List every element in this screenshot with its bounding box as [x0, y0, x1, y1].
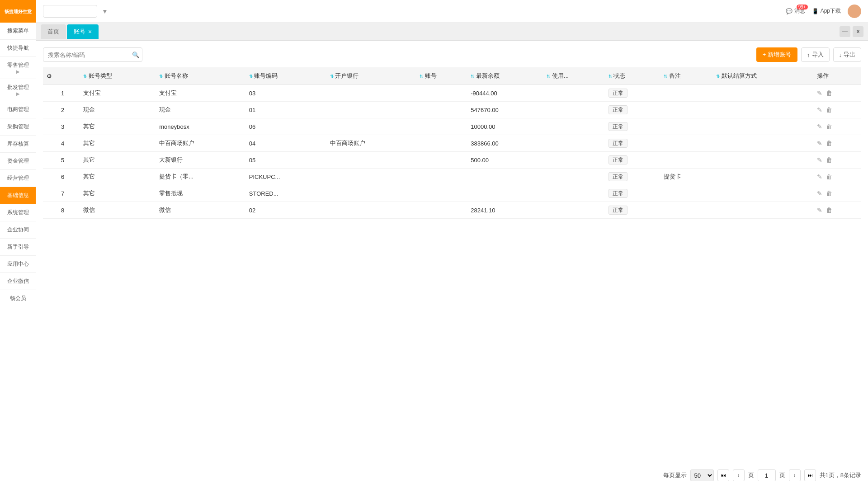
- type-column-header[interactable]: ⇅ 账号类型: [80, 67, 156, 85]
- topbar: ▼ 💬 消息 99+ 📱 App下载: [36, 0, 868, 23]
- message-badge: 99+: [797, 5, 808, 9]
- delete-icon[interactable]: 🗑: [826, 123, 832, 130]
- app-download-button[interactable]: 📱 App下载: [812, 7, 841, 15]
- avatar[interactable]: [848, 5, 861, 18]
- delete-icon[interactable]: 🗑: [826, 173, 832, 180]
- sidebar-item-enterprise[interactable]: 企业协同: [0, 221, 36, 239]
- sidebar-item-shortcuts[interactable]: 快捷导航: [0, 40, 36, 57]
- prev-page-button[interactable]: ‹: [733, 469, 745, 481]
- sidebar-item-ecommerce[interactable]: 电商管理: [0, 101, 36, 118]
- sidebar-item-basic-info[interactable]: 基础信息: [0, 187, 36, 204]
- row-status-cell: 正常: [605, 85, 660, 102]
- sidebar: 畅捷通好生意 搜索菜单 快捷导航 零售管理 ▶ 批发管理 ▶ 电商管理 采购管理…: [0, 0, 36, 488]
- next-page-button[interactable]: ›: [789, 469, 801, 481]
- row-action-cell: ✎ 🗑: [813, 85, 861, 102]
- page-number-input[interactable]: [758, 469, 776, 481]
- delete-icon[interactable]: 🗑: [826, 106, 832, 113]
- row-account-cell: [416, 102, 467, 118]
- sidebar-item-wholesale[interactable]: 批发管理 ▶: [0, 79, 36, 101]
- first-page-button[interactable]: ⏮: [717, 469, 729, 481]
- use-column-header[interactable]: ⇅ 使用...: [543, 67, 604, 85]
- edit-icon[interactable]: ✎: [817, 190, 822, 197]
- export-button[interactable]: ↓ 导出: [833, 47, 862, 62]
- delete-icon[interactable]: 🗑: [826, 156, 832, 164]
- row-account-cell: [416, 152, 467, 169]
- sidebar-item-wechat-work[interactable]: 企业微信: [0, 273, 36, 290]
- code-column-header[interactable]: ⇅ 账号编码: [245, 67, 326, 85]
- sidebar-item-finance[interactable]: 资金管理: [0, 153, 36, 170]
- account-table: ⚙ ⇅ 账号类型 ⇅ 账号名称 ⇅ 账号编码 ⇅ 开户银行: [43, 67, 861, 219]
- tab-close-icon[interactable]: ×: [88, 28, 92, 35]
- edit-icon[interactable]: ✎: [817, 89, 822, 97]
- row-status-cell: 正常: [605, 152, 660, 169]
- row-use-cell: [543, 85, 604, 102]
- row-code-cell: STORED...: [245, 185, 326, 202]
- tab-home-label: 首页: [47, 28, 59, 36]
- default-pay-column-header[interactable]: ⇅ 默认结算方式: [712, 67, 813, 85]
- row-code-cell: 04: [245, 135, 326, 152]
- sidebar-item-inventory[interactable]: 库存核算: [0, 136, 36, 153]
- row-default-pay-cell: [712, 85, 813, 102]
- page-label: 页: [748, 471, 754, 479]
- status-column-header[interactable]: ⇅ 状态: [605, 67, 660, 85]
- row-action-cell: ✎ 🗑: [813, 118, 861, 135]
- row-code-cell: 02: [245, 202, 326, 219]
- settings-column-header[interactable]: ⚙: [43, 67, 57, 85]
- row-status-cell: 正常: [605, 169, 660, 185]
- row-name-cell: 现金: [156, 102, 245, 118]
- sidebar-item-app-center[interactable]: 应用中心: [0, 256, 36, 273]
- add-account-button[interactable]: + 新增账号: [756, 47, 797, 62]
- message-button[interactable]: 💬 消息 99+: [786, 7, 805, 15]
- sidebar-item-members[interactable]: 畅会员: [0, 290, 36, 307]
- sidebar-item-purchase[interactable]: 采购管理: [0, 118, 36, 136]
- delete-icon[interactable]: 🗑: [826, 89, 832, 97]
- row-type-cell: 其它: [80, 135, 156, 152]
- row-default-pay-cell: [712, 185, 813, 202]
- row-index-cell: 6: [57, 169, 80, 185]
- tab-account[interactable]: 账号 ×: [67, 24, 99, 39]
- row-name-cell: 微信: [156, 202, 245, 219]
- row-type-cell: 现金: [80, 102, 156, 118]
- edit-icon[interactable]: ✎: [817, 140, 822, 147]
- delete-icon[interactable]: 🗑: [826, 190, 832, 197]
- search-input[interactable]: [43, 52, 128, 58]
- row-remark-cell: [660, 135, 712, 152]
- edit-icon[interactable]: ✎: [817, 206, 822, 214]
- search-button[interactable]: 🔍: [128, 52, 142, 58]
- delete-icon[interactable]: 🗑: [826, 140, 832, 147]
- edit-icon[interactable]: ✎: [817, 123, 822, 130]
- sidebar-item-system[interactable]: 系统管理: [0, 204, 36, 221]
- edit-icon[interactable]: ✎: [817, 156, 822, 164]
- edit-icon[interactable]: ✎: [817, 106, 822, 113]
- close-window-button[interactable]: ×: [853, 26, 863, 37]
- row-type-cell: 其它: [80, 152, 156, 169]
- action-column-header: 操作: [813, 67, 861, 85]
- minimize-window-button[interactable]: —: [840, 26, 850, 37]
- row-account-cell: [416, 202, 467, 219]
- account-column-header[interactable]: ⇅ 账号: [416, 67, 467, 85]
- sidebar-item-search[interactable]: 搜索菜单: [0, 23, 36, 40]
- export-icon: ↓: [839, 52, 842, 58]
- import-button[interactable]: ↑ 导入: [801, 47, 830, 62]
- edit-icon[interactable]: ✎: [817, 173, 822, 180]
- sidebar-item-retail[interactable]: 零售管理 ▶: [0, 57, 36, 79]
- name-column-header[interactable]: ⇅ 账号名称: [156, 67, 245, 85]
- last-page-button[interactable]: ⏭: [804, 469, 816, 481]
- balance-column-header[interactable]: ⇅ 最新余额: [467, 67, 543, 85]
- sidebar-item-newbie[interactable]: 新手引导: [0, 239, 36, 256]
- row-status-cell: 正常: [605, 118, 660, 135]
- row-bank-cell: [326, 118, 416, 135]
- per-page-select[interactable]: 50 20 100: [690, 469, 714, 481]
- main-area: ▼ 💬 消息 99+ 📱 App下载 首页 账号 × — ×: [36, 0, 868, 488]
- remark-column-header[interactable]: ⇅ 备注: [660, 67, 712, 85]
- sidebar-item-operations[interactable]: 经营管理: [0, 170, 36, 187]
- row-settings-cell: [43, 185, 57, 202]
- topbar-search-input[interactable]: [43, 5, 97, 18]
- bank-column-header[interactable]: ⇅ 开户银行: [326, 67, 416, 85]
- topbar-right: 💬 消息 99+ 📱 App下载: [786, 5, 861, 18]
- row-use-cell: [543, 169, 604, 185]
- row-settings-cell: [43, 135, 57, 152]
- delete-icon[interactable]: 🗑: [826, 206, 832, 214]
- tab-home[interactable]: 首页: [41, 24, 66, 39]
- status-badge: 正常: [609, 189, 627, 198]
